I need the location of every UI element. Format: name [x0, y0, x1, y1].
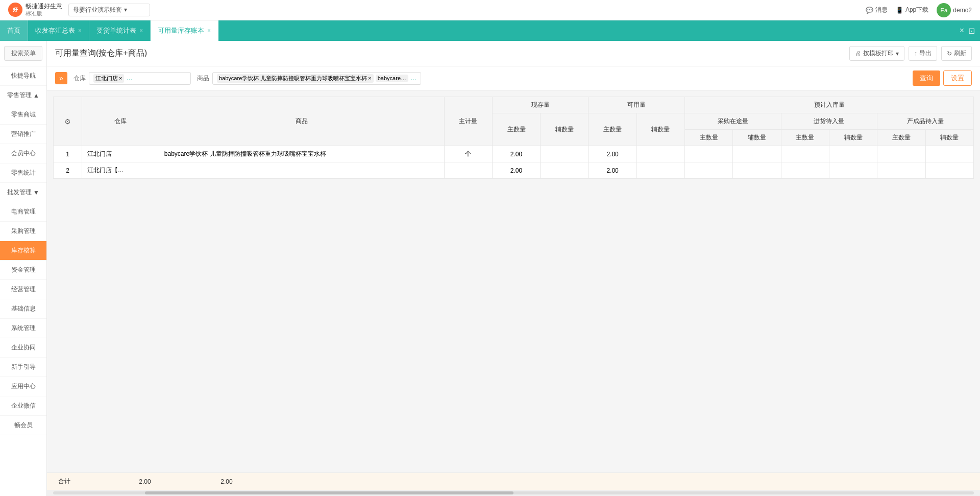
th-incoming-aux: 辅数量: [829, 130, 877, 146]
sidebar-item-vip[interactable]: 畅会员: [0, 416, 46, 435]
th-purchase-transit-aux: 辅数量: [733, 130, 781, 146]
app-download-btn[interactable]: 📱 App下载: [896, 6, 928, 14]
sidebar-item-retail-mgmt[interactable]: 零售管理 ▲: [0, 86, 46, 105]
th-stock-group: 现存量: [492, 97, 589, 113]
sidebar-item-basic-info[interactable]: 基础信息: [0, 299, 46, 319]
sidebar-item-quick-nav[interactable]: 快捷导航: [0, 66, 46, 86]
sidebar-item-app-center[interactable]: 应用中心: [0, 377, 46, 396]
sidebar-item-purchase[interactable]: 采购管理: [0, 222, 46, 241]
scroll-thumb[interactable]: [145, 491, 513, 494]
sidebar-item-member-center[interactable]: 会员中心: [0, 144, 46, 163]
sidebar-item-retail-mall[interactable]: 零售商城: [0, 105, 46, 125]
tab-available-close-icon[interactable]: ×: [207, 27, 211, 34]
tab-receive-summary[interactable]: 收发存汇总表 ×: [28, 20, 89, 41]
chevron-up-icon: ▲: [33, 92, 39, 99]
sidebar-item-retail-stats[interactable]: 零售统计: [0, 163, 46, 183]
print-label: 按模板打印: [863, 49, 894, 58]
settings-btn[interactable]: 设置: [943, 70, 972, 86]
product-more-btn[interactable]: …: [410, 75, 416, 82]
th-purchase-transit-main: 主数量: [685, 130, 733, 146]
cell-unit: [444, 162, 492, 179]
logo-text: 畅捷通好生意: [26, 3, 62, 10]
search-menu-btn[interactable]: 搜索菜单: [4, 46, 42, 61]
cell-product-incoming-aux: [925, 162, 973, 179]
tenant-select[interactable]: 母婴行业演示账套 ▾: [68, 4, 150, 16]
th-stock-main: 主数量: [492, 113, 540, 146]
filter-actions: 查询 设置: [913, 70, 972, 86]
th-warehouse: 仓库: [82, 97, 159, 146]
footer-label: 合计: [53, 477, 125, 486]
tab-receive-label: 收发存汇总表: [35, 26, 75, 35]
cell-stock-aux: [541, 162, 589, 179]
message-icon: 💬: [866, 7, 873, 14]
th-product-incoming: 产成品待入量: [877, 113, 974, 130]
cell-product-incoming-main: [877, 146, 925, 162]
cell-product: babycare学饮杯 儿童防摔防撞吸管杯重力球吸嘴杯宝宝水杯: [159, 146, 444, 162]
app-icon: 📱: [896, 7, 903, 14]
table-container: ⚙ 仓库 商品 主计量 现存量 可用量 预计入库量 主数量 辅数量 主数量 辅数…: [47, 90, 980, 473]
page-header: 可用量查询(按仓库+商品) 🖨 按模板打印 ▾ ↑ 导出 ↻ 刷新: [47, 41, 980, 66]
filter-toggle-btn[interactable]: »: [55, 72, 67, 84]
th-avail-main: 主数量: [589, 113, 636, 146]
tab-order-stats[interactable]: 要货单统计表 ×: [89, 20, 151, 41]
th-product: 商品: [159, 97, 444, 146]
cell-incoming-aux: [829, 162, 877, 179]
content-area: 可用量查询(按仓库+商品) 🖨 按模板打印 ▾ ↑ 导出 ↻ 刷新 »: [47, 41, 980, 496]
product-tag-1-close-icon[interactable]: ×: [368, 75, 371, 81]
th-avail-aux: 辅数量: [636, 113, 684, 146]
product-input[interactable]: babycare学饮杯 儿童防摔防撞吸管杯重力球吸嘴杯宝宝水杯 × babyca…: [212, 72, 421, 85]
sidebar-item-inventory[interactable]: 库存核算: [0, 241, 46, 261]
scroll-track[interactable]: [53, 491, 974, 494]
cell-product: [159, 162, 444, 179]
export-btn[interactable]: ↑ 导出: [909, 46, 937, 61]
settings-icon[interactable]: ⚙: [64, 117, 71, 126]
tab-close-all-icon[interactable]: ×: [960, 26, 964, 35]
tab-home[interactable]: 首页: [0, 20, 28, 41]
chevron-down-icon: ▼: [33, 189, 39, 196]
tab-receive-close-icon[interactable]: ×: [78, 27, 82, 34]
tab-spacer: [218, 20, 954, 41]
cell-avail-aux: [636, 162, 684, 179]
warehouse-more-btn[interactable]: …: [126, 75, 132, 82]
warehouse-tag-close-icon[interactable]: ×: [119, 75, 122, 81]
sidebar-item-enterprise-collab[interactable]: 企业协同: [0, 338, 46, 358]
sidebar-item-enterprise-wechat[interactable]: 企业微信: [0, 396, 46, 416]
top-bar-right: 💬 消息 📱 App下载 Ea demo2: [866, 3, 972, 17]
message-btn[interactable]: 💬 消息: [866, 6, 888, 14]
th-product-incoming-aux: 辅数量: [925, 130, 973, 146]
sidebar-item-marketing[interactable]: 营销推广: [0, 125, 46, 144]
filter-bar: » 仓库 江北门店 × … 商品 babycare学饮杯 儿童防摔防撞吸管杯重力…: [47, 66, 980, 90]
cell-stock-main: 2.00: [492, 146, 540, 162]
warehouse-input[interactable]: 江北门店 × …: [89, 72, 191, 85]
table-row: 1 江北门店 babycare学饮杯 儿童防摔防撞吸管杯重力球吸嘴杯宝宝水杯 个…: [54, 146, 974, 162]
sidebar-item-system-mgmt[interactable]: 系统管理: [0, 319, 46, 338]
sidebar-item-wholesale-mgmt[interactable]: 批发管理 ▼: [0, 183, 46, 202]
sidebar-item-operations[interactable]: 经营管理: [0, 280, 46, 299]
cell-no: 2: [54, 162, 82, 179]
tab-bar: 首页 收发存汇总表 × 要货单统计表 × 可用量库存账本 × × ⊡: [0, 20, 980, 41]
sidebar-item-onboarding[interactable]: 新手引导: [0, 358, 46, 377]
tab-available-stock[interactable]: 可用量库存账本 ×: [151, 20, 218, 41]
export-icon: ↑: [914, 50, 917, 57]
user-area[interactable]: Ea demo2: [937, 3, 972, 17]
sidebar-item-ecommerce[interactable]: 电商管理: [0, 202, 46, 222]
th-settings[interactable]: ⚙: [54, 97, 82, 146]
tab-restore-icon[interactable]: ⊡: [968, 26, 975, 36]
sidebar-item-finance[interactable]: 资金管理: [0, 261, 46, 280]
footer-stock-main: 2.00: [125, 478, 165, 485]
refresh-btn[interactable]: ↻ 刷新: [941, 46, 972, 61]
tab-available-label: 可用量库存账本: [158, 26, 204, 35]
tab-order-close-icon[interactable]: ×: [139, 27, 143, 34]
username: demo2: [953, 7, 972, 14]
logo-icon: 好: [8, 3, 22, 17]
footer-values: 2.00 2.00: [125, 478, 974, 485]
print-icon: 🖨: [855, 50, 861, 57]
sidebar-search-area: 搜索菜单: [0, 41, 46, 66]
sidebar-wholesale-label: 批发管理: [7, 188, 32, 197]
print-btn[interactable]: 🖨 按模板打印 ▾: [849, 46, 904, 61]
query-btn[interactable]: 查询: [913, 70, 940, 86]
th-unit: 主计量: [444, 97, 492, 146]
avatar: Ea: [937, 3, 951, 17]
warehouse-filter-group: 仓库 江北门店 × …: [74, 72, 191, 85]
refresh-label: 刷新: [954, 49, 966, 58]
